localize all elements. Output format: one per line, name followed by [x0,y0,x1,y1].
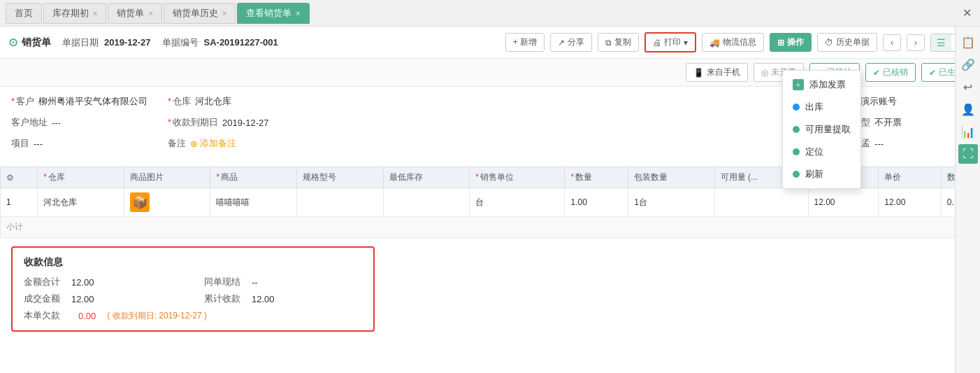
prev-button[interactable]: ‹ [883,34,901,51]
col-price: 单价 [879,167,941,188]
tab-inventory-init[interactable]: 库存期初 × [43,3,106,24]
cell-quantity: 1.00 [565,188,628,217]
same-settle-row: 同单现结 -- [204,276,362,288]
doc-actions: + 新增 ↗ 分享 ⧉ 复制 🖨 打印 ▾ 🚚 物流信息 ⊞ 操作 [505,32,972,52]
from-phone-button[interactable]: 📱 来自手机 [686,63,748,82]
col-settings[interactable]: ⚙ [1,167,38,188]
copy-button[interactable]: ⧉ 复制 [598,33,639,52]
dropdown-locate[interactable]: 定位 [783,141,860,163]
right-panel: 📋 🔗 ↩ 👤 📊 ⛶ [955,27,980,373]
locate-dot [793,148,800,155]
summary-section: 收款信息 金额合计 12.00 同单现结 -- 成交金额 12.00 累计收款 … [11,246,375,332]
copy-icon: ⧉ [605,38,612,48]
close-tab-view-sales[interactable]: × [296,9,300,17]
warehouse-field: 仓库 河北仓库 [168,95,308,108]
right-panel-return[interactable]: ↩ [958,77,978,97]
owe-row: 本单欠款 0.00 ( 收款到期日: 2019-12-27 ) [24,309,362,322]
dropdown-add-invoice[interactable]: + 添加发票 [783,73,860,96]
due-date-field: 收款到期日 2019-12-27 [168,116,308,129]
subtotal-label: 小计 [1,217,980,238]
document-header: ⊙ 销货单 单据日期 2019-12-27 单据编号 SA-20191227-0… [0,27,980,59]
cell-seq: 1 [1,188,38,217]
close-tab-inventory[interactable]: × [93,9,97,17]
total-label: 金额合计 [24,276,66,288]
warehouse-value[interactable]: 河北仓库 [195,95,231,108]
effective-icon: ✔ [929,68,936,78]
close-tab-sales[interactable]: × [148,9,152,17]
tab-sales[interactable]: 销货单 × [108,3,161,24]
summary-title: 收款信息 [24,256,362,269]
cancelled-button[interactable]: ✔ 已核销 [865,63,916,82]
note-label: 备注 [168,137,186,150]
add-note-button[interactable]: ⊕ 添加备注 [190,137,236,150]
plus-icon: ⊕ [190,139,198,149]
right-panel-clipboard[interactable]: 📋 [958,32,978,52]
col-spec: 规格型号 [297,167,384,188]
available-dot [793,126,800,133]
page-close-button[interactable]: ✕ [963,6,972,20]
doc-number-field: 单据编号 SA-20191227-001 [162,36,278,49]
invoice-icon: + [793,79,804,90]
next-button[interactable]: › [907,34,925,51]
product-image: 📦 [130,192,150,212]
list-view-button[interactable]: ☰ [931,34,951,51]
cancel-icon: ✔ [873,68,880,78]
cumulative-row: 累计收款 12.00 [204,293,362,305]
cell-unit: 台 [470,188,565,217]
right-panel-user[interactable]: 👤 [958,99,978,119]
circle-icon: ◎ [761,68,768,78]
right-panel-chart[interactable]: 📊 [958,122,978,141]
project-label: 项目 [11,137,29,150]
grid-icon: ⊞ [777,38,784,48]
tab-home[interactable]: 首页 [6,3,42,24]
cell-pack-qty: 1台 [628,188,715,217]
print-icon: 🖨 [653,38,661,48]
project-value: --- [34,139,43,149]
dropdown-menu: + 添加发票 出库 可用量提取 定位 刷新 [782,70,861,189]
tab-view-sales[interactable]: 查看销货单 × [237,3,309,24]
right-panel-expand[interactable]: ⛶ [958,144,978,164]
cell-spec [297,188,384,217]
trade-amount-row: 成交金额 12.00 [24,293,182,305]
trade-amount-label: 成交金额 [24,293,66,305]
staff-value: 演示账号 [860,95,897,108]
tab-bar: 首页 库存期初 × 销货单 × 销货单历史 × 查看销货单 × ✕ [0,0,980,27]
trade-amount-value: 12.00 [71,294,94,304]
customer-field: 客户 柳州粤港平安气体有限公司 [11,95,151,108]
total-value: 12.00 [71,277,94,288]
summary-grid: 金额合计 12.00 同单现结 -- 成交金额 12.00 累计收款 12.00… [24,276,362,322]
right-panel-link[interactable]: 🔗 [958,55,978,74]
print-chevron: ▾ [684,38,688,48]
dropdown-outbound[interactable]: 出库 [783,96,860,118]
tab-sales-history[interactable]: 销货单历史 × [164,3,236,24]
due-date-value[interactable]: 2019-12-27 [222,118,269,128]
truck-icon: 🚚 [709,38,720,48]
history-button[interactable]: ⏱ 历史单据 [817,33,877,52]
same-settle-label: 同单现结 [204,276,246,288]
address-label: 客户地址 [11,116,48,129]
dropdown-refresh[interactable]: 刷新 [783,163,860,185]
cell-product: 嘻嘻嘻嘻 [210,188,297,217]
col-image: 商品图片 [124,167,210,188]
logistics-button[interactable]: 🚚 物流信息 [702,33,764,52]
outbound-dot [793,104,800,111]
address-field: 客户地址 --- [11,116,151,129]
ticket-value[interactable]: 不开票 [874,116,902,129]
cell-min-stock [383,188,470,217]
note-field: 备注 ⊕ 添加备注 [168,137,308,150]
doc-type-label: 销货单 [22,36,51,49]
close-tab-sales-history[interactable]: × [222,9,226,17]
print-button[interactable]: 🖨 打印 ▾ [644,32,696,52]
history-icon: ⏱ [825,38,833,48]
cell-available [714,188,808,217]
col-pack-qty: 包装数量 [628,167,715,188]
dropdown-available-extract[interactable]: 可用量提取 [783,118,860,141]
due-date-label: 收款到期日 [168,116,218,129]
new-button[interactable]: + 新增 [505,33,545,52]
customer-value[interactable]: 柳州粤港平安气体有限公司 [38,95,147,108]
salesperson-value: --- [874,139,884,149]
share-button[interactable]: ↗ 分享 [550,33,592,52]
operate-button[interactable]: ⊞ 操作 [770,33,812,52]
refresh-dot [793,171,800,178]
cell-warehouse: 河北仓库 [38,188,124,217]
